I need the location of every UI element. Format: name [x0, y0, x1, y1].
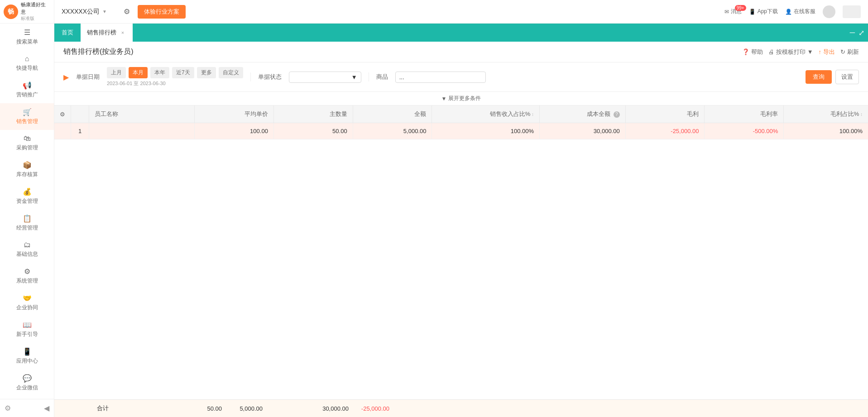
td-gross-pct-0: 100.00% — [784, 123, 868, 139]
sidebar-item-enterprise[interactable]: 🤝 企业协同 — [0, 289, 54, 316]
app-download-btn[interactable]: 📱 App下载 — [749, 8, 778, 15]
date-year-btn[interactable]: 本年 — [150, 67, 169, 78]
tab-close-btn[interactable]: × — [119, 29, 126, 36]
export-btn[interactable]: ↑ 导出 — [819, 48, 835, 56]
message-icon: ✉ — [724, 9, 729, 15]
user-avatar[interactable] — [823, 5, 835, 18]
apps-icon: 📱 — [23, 347, 32, 356]
sidebar-item-finance[interactable]: 💰 资金管理 — [0, 183, 54, 210]
expand-arrow[interactable]: ▶ — [63, 73, 69, 81]
footer-total-label-text: 合计 — [91, 404, 146, 412]
date-label: 单据日期 — [76, 73, 100, 81]
refresh-btn[interactable]: ↻ 刷新 — [840, 48, 859, 56]
sidebar-item-shortcut[interactable]: ⌂ 快捷导航 — [0, 50, 54, 77]
company-selector[interactable]: XXXXXX公司 ▼ — [62, 8, 116, 16]
sidebar-item-operations[interactable]: 📋 经营管理 — [0, 210, 54, 236]
sidebar-item-system[interactable]: ⚙ 系统管理 — [0, 263, 54, 289]
filter-row: ▶ 单据日期 上月 本月 本年 近7天 更多 自定义 2023-06-01 至 … — [63, 67, 859, 87]
search-icon: ☰ — [24, 28, 30, 37]
logo-sub-title: 标准版 — [21, 15, 50, 22]
refresh-label: 刷新 — [847, 48, 859, 56]
settings-icon[interactable]: ⚙ — [5, 404, 11, 412]
tab-bar: 首页 销售排行榜 × ─ ⤢ — [54, 24, 868, 42]
settings-gear-btn[interactable]: ⚙ — [120, 5, 133, 18]
operations-icon: 📋 — [23, 214, 32, 223]
sidebar-item-wechat[interactable]: 💬 企业微信 — [0, 369, 54, 396]
sidebar-item-basic[interactable]: 🗂 基础信息 — [0, 236, 54, 263]
date-current-month-btn[interactable]: 本月 — [129, 67, 148, 78]
cost-info-icon[interactable]: ? — [614, 111, 620, 118]
th-avg-price: 平均单价 — [195, 105, 274, 123]
company-dropdown-arrow: ▼ — [102, 9, 107, 14]
status-label: 单据状态 — [258, 73, 282, 81]
app-icon: 📱 — [749, 9, 756, 15]
date-custom-btn[interactable]: 自定义 — [219, 67, 243, 78]
status-dropdown-icon: ▼ — [351, 74, 357, 81]
sidebar-label-shortcut: 快捷导航 — [16, 64, 38, 72]
date-7days-btn[interactable]: 近7天 — [172, 67, 194, 78]
goods-label: 商品 — [376, 73, 388, 81]
th-gross-rate: 毛利率 — [705, 105, 784, 123]
sidebar-item-guide[interactable]: 📖 新手引导 — [0, 316, 54, 343]
th-gross-pct[interactable]: 毛利占比% — [784, 105, 868, 123]
inventory-icon: 📦 — [23, 161, 32, 169]
action-buttons: 查询 设置 — [806, 70, 859, 84]
date-shortcuts: 上月 本月 本年 近7天 更多 自定义 — [107, 67, 243, 78]
tab-sales-ranking[interactable]: 销售排行榜 × — [81, 24, 133, 42]
enterprise-icon: 🤝 — [23, 294, 32, 302]
collapse-sidebar-icon[interactable]: ◀ — [44, 404, 49, 412]
date-prev-month-btn[interactable]: 上月 — [107, 67, 126, 78]
query-btn[interactable]: 查询 — [806, 70, 832, 84]
sidebar-item-sales[interactable]: 🛒 销售管理 — [0, 103, 54, 130]
print-btn[interactable]: 🖨 按模板打印 ▼ — [768, 48, 813, 56]
purchase-icon: 🛍 — [24, 134, 31, 143]
finance-icon: 💰 — [23, 187, 32, 196]
sidebar-item-inventory[interactable]: 📦 库存核算 — [0, 156, 54, 183]
sidebar-item-search[interactable]: ☰ 搜索菜单 — [0, 24, 54, 50]
th-rank — [71, 105, 89, 123]
td-cost-amount-0: 30,000.00 — [540, 123, 626, 139]
trial-btn[interactable]: 体验行业方案 — [138, 5, 186, 19]
filter-divider-1 — [250, 72, 251, 81]
footer-gross: -25,000.00 — [354, 405, 395, 412]
tab-minimize-btn[interactable]: ─ — [850, 29, 855, 37]
tab-expand-btn[interactable]: ⤢ — [858, 29, 864, 37]
logo-icon: 畅 — [4, 5, 18, 19]
page-title: 销售排行榜(按业务员) — [63, 47, 134, 57]
tab-home[interactable]: 首页 — [54, 24, 81, 42]
user-info[interactable] — [843, 5, 861, 18]
th-main-qty: 主数量 — [273, 105, 353, 123]
message-btn[interactable]: ✉ 消息 99+ — [724, 8, 742, 15]
tab-label: 销售排行榜 — [87, 29, 116, 37]
sidebar-nav: ☰ 搜索菜单 ⌂ 快捷导航 📢 营销推广 🛒 销售管理 🛍 采购管理 📦 库存核… — [0, 24, 54, 399]
sidebar-item-apps[interactable]: 📱 应用中心 — [0, 343, 54, 369]
export-icon: ↑ — [819, 48, 822, 55]
company-name: XXXXXX公司 — [62, 8, 100, 16]
basic-icon: 🗂 — [24, 241, 31, 249]
help-btn[interactable]: ❓ 帮助 — [742, 48, 763, 56]
table-settings-btn[interactable]: 设置 — [835, 70, 859, 84]
main-area: XXXXXX公司 ▼ ⚙ 体验行业方案 ✉ 消息 99+ 📱 App下载 👤 在… — [54, 0, 868, 417]
export-label: 导出 — [823, 48, 835, 56]
td-gross-0: -25,000.00 — [625, 123, 705, 139]
td-amount-0: 5,000.00 — [353, 123, 432, 139]
th-cost-amount: 成本全额 ? — [540, 105, 626, 123]
date-range-text: 2023-06-01 至 2023-06-30 — [107, 80, 243, 87]
goods-placeholder: ... — [399, 74, 404, 81]
marketing-icon: 📢 — [23, 81, 32, 90]
wechat-icon: 💬 — [23, 374, 32, 383]
online-service-btn[interactable]: 👤 在线客服 — [785, 8, 815, 15]
sidebar-item-marketing[interactable]: 📢 营销推广 — [0, 77, 54, 103]
status-select[interactable]: ▼ — [289, 72, 361, 83]
sales-icon: 🛒 — [23, 108, 32, 116]
th-settings[interactable]: ⚙ — [54, 105, 71, 123]
goods-select[interactable]: ... — [395, 72, 486, 83]
date-more-btn[interactable]: 更多 — [197, 67, 216, 78]
sidebar-item-purchase[interactable]: 🛍 采购管理 — [0, 130, 54, 156]
table-footer: 合计 50.00 5,000.00 30,000.00 -25,000.00 — [54, 399, 868, 417]
print-label: 按模板打印 — [776, 48, 806, 56]
expand-more-bar[interactable]: ▼ 展开更多条件 — [54, 92, 868, 105]
th-sales-pct[interactable]: 销售收入占比% — [432, 105, 540, 123]
td-settings-0[interactable] — [54, 123, 71, 139]
sidebar-bottom: ⚙ ◀ — [0, 399, 54, 417]
